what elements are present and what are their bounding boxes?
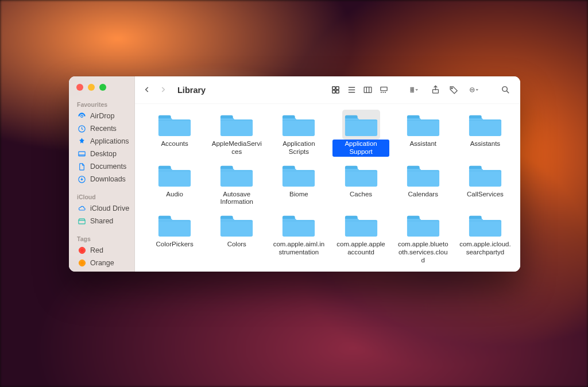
- svg-rect-11: [412, 87, 413, 88]
- svg-rect-7: [336, 90, 339, 93]
- folder-item[interactable]: Calendars: [394, 158, 452, 208]
- folder-item[interactable]: [331, 266, 390, 272]
- folder-item[interactable]: Audio: [145, 158, 204, 208]
- search-button[interactable]: [497, 84, 513, 96]
- folder-label: Accounts: [158, 140, 190, 149]
- folder-item[interactable]: com.apple.bluetooth.services.cloud: [394, 208, 452, 266]
- sidebar-item-recents[interactable]: Recents: [69, 122, 134, 135]
- airdrop-icon: [77, 111, 86, 121]
- tag-orange-icon: [77, 258, 86, 268]
- folder-label: Biome: [287, 190, 311, 199]
- sidebar-item-icloud-drive[interactable]: iCloud Drive: [69, 202, 134, 215]
- folder-item[interactable]: com.apple.appleaccountd: [331, 208, 390, 266]
- folder-label: Audio: [164, 190, 185, 199]
- sidebar-item-shared[interactable]: Shared: [69, 215, 134, 227]
- nav-buttons: [142, 86, 172, 95]
- share-button[interactable]: [427, 84, 443, 96]
- tags-button[interactable]: [446, 84, 462, 96]
- folder-icon: [466, 110, 504, 140]
- folder-item[interactable]: [394, 266, 452, 272]
- svg-rect-12: [411, 89, 412, 90]
- svg-rect-9: [380, 87, 386, 91]
- maximize-button[interactable]: [99, 84, 106, 91]
- sidebar-item-tag-yellow[interactable]: Yellow: [69, 269, 134, 272]
- sidebar: Favourites AirDrop Recents Applications …: [69, 76, 135, 272]
- document-icon: [77, 162, 86, 171]
- gallery-view-button[interactable]: [376, 84, 392, 96]
- folder-item[interactable]: AppleMediaServices: [207, 107, 266, 158]
- svg-point-21: [473, 90, 473, 90]
- folder-icon: [156, 110, 194, 140]
- folder-label: com.apple.icloud.searchpartyd: [457, 240, 513, 257]
- folder-item[interactable]: Autosave Information: [207, 158, 266, 208]
- folder-icon: [156, 160, 194, 190]
- sidebar-item-label: Applications: [90, 137, 129, 145]
- minimize-button[interactable]: [88, 84, 95, 91]
- folder-icon: [156, 269, 194, 272]
- folder-label: com.apple.appleaccountd: [332, 240, 389, 257]
- column-view-button[interactable]: [359, 84, 376, 96]
- tag-red-icon: [77, 246, 86, 255]
- folder-item[interactable]: Caches: [331, 158, 390, 208]
- sidebar-item-label: Desktop: [90, 150, 117, 158]
- back-button[interactable]: [143, 86, 152, 95]
- folder-item[interactable]: Application Support: [331, 107, 390, 158]
- folder-item[interactable]: Assistant: [394, 107, 452, 158]
- list-view-button[interactable]: [343, 84, 359, 96]
- folder-item[interactable]: Biome: [269, 158, 328, 208]
- tag-yellow-icon: [77, 271, 86, 272]
- svg-rect-10: [411, 87, 412, 88]
- folder-icon: [342, 210, 380, 240]
- folder-label: Caches: [347, 190, 374, 199]
- sidebar-section-favourites-header: Favourites: [69, 99, 134, 110]
- folder-icon: [342, 269, 380, 272]
- folder-item[interactable]: Application Scripts: [269, 107, 328, 158]
- close-button[interactable]: [76, 84, 83, 91]
- group-by-button[interactable]: [404, 84, 425, 96]
- svg-rect-8: [364, 87, 372, 93]
- folder-item[interactable]: com.apple.aiml.instrumentation: [269, 208, 328, 266]
- folder-item[interactable]: CallServices: [456, 158, 514, 208]
- folder-label: CallServices: [465, 190, 506, 199]
- sidebar-item-airdrop[interactable]: AirDrop: [69, 110, 134, 122]
- sidebar-item-label: iCloud Drive: [90, 204, 129, 212]
- folder-label: Application Scripts: [270, 140, 327, 157]
- forward-button[interactable]: [159, 86, 168, 95]
- svg-rect-2: [78, 152, 84, 156]
- sidebar-item-downloads[interactable]: Downloads: [69, 173, 134, 185]
- folder-item[interactable]: Accounts: [145, 107, 204, 158]
- svg-rect-14: [411, 91, 412, 92]
- content-area[interactable]: Accounts AppleMediaServices Application …: [135, 104, 520, 272]
- folder-grid: Accounts AppleMediaServices Application …: [145, 107, 514, 272]
- folder-item[interactable]: ColorPickers: [145, 208, 204, 266]
- folder-icon: [404, 269, 442, 272]
- window-title: Library: [177, 86, 206, 95]
- cloud-icon: [77, 204, 86, 213]
- sidebar-item-tag-orange[interactable]: Orange: [69, 257, 134, 269]
- sidebar-section-icloud-header: iCloud: [69, 191, 134, 202]
- svg-rect-5: [336, 87, 339, 90]
- folder-icon: [404, 110, 442, 140]
- sidebar-item-label: AirDrop: [90, 112, 114, 120]
- folder-icon: [280, 110, 318, 140]
- sidebar-item-label: Recents: [90, 125, 117, 133]
- sidebar-item-documents[interactable]: Documents: [69, 160, 134, 173]
- icon-view-button[interactable]: [327, 84, 343, 96]
- sidebar-item-applications[interactable]: Applications: [69, 135, 134, 148]
- folder-item[interactable]: com.apple.icloud.searchpartyd: [456, 208, 514, 266]
- apps-icon: [77, 137, 86, 146]
- folder-item[interactable]: Assistants: [456, 107, 514, 158]
- folder-item[interactable]: [269, 266, 328, 272]
- folder-item[interactable]: Colors: [207, 208, 266, 266]
- folder-item[interactable]: [456, 266, 514, 272]
- more-button[interactable]: [464, 84, 485, 96]
- sidebar-item-tag-red[interactable]: Red: [69, 244, 134, 257]
- folder-item[interactable]: [207, 266, 266, 272]
- svg-rect-15: [412, 91, 413, 92]
- folder-label: ColorPickers: [153, 240, 195, 249]
- folder-icon: [280, 269, 318, 272]
- folder-item[interactable]: [145, 266, 204, 272]
- folder-icon: [466, 269, 504, 272]
- main-area: Library: [135, 76, 520, 272]
- sidebar-item-desktop[interactable]: Desktop: [69, 148, 134, 160]
